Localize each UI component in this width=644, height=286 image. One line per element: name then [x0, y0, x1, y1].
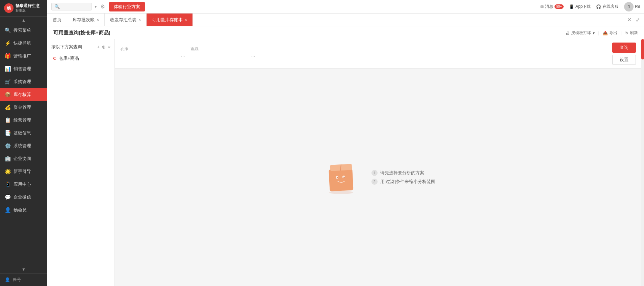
right-scrollbar[interactable] [641, 39, 644, 286]
refresh-icon: ↻ [625, 31, 628, 35]
expand-tab-button[interactable]: ⤢ [634, 16, 641, 24]
sidebar-item-label: 新手引导 [14, 168, 31, 175]
purchase-icon: 🛒 [5, 79, 11, 85]
tab-close-icon[interactable]: × [185, 18, 187, 22]
settings-scheme-icon[interactable]: ⊕ [102, 44, 106, 50]
svg-point-0 [329, 191, 353, 194]
tab-collection-summary[interactable]: 收发存汇总表 × [105, 14, 147, 26]
export-button[interactable]: 📤 导出 [603, 30, 617, 36]
search-input[interactable] [61, 4, 88, 9]
empty-box-svg [324, 157, 358, 194]
sidebar-item-label: 应用中心 [14, 181, 31, 187]
sidebar-item-quicknav[interactable]: ⚡ 快捷导航 [0, 37, 47, 50]
sidebar-item-member[interactable]: 👤 畅会员 [0, 204, 47, 216]
sidebar-item-system[interactable]: ⚙️ 系统管理 [0, 139, 47, 152]
tab-home[interactable]: 首页 [47, 14, 67, 26]
user-avatar: R [624, 2, 634, 11]
tab-close-icon[interactable]: × [138, 18, 141, 22]
scroll-up-arrow[interactable]: ▲ [0, 17, 47, 24]
quicknav-icon: ⚡ [5, 40, 11, 46]
scrollbar-thumb[interactable] [641, 39, 644, 59]
collapse-panel-icon[interactable]: « [108, 44, 110, 50]
print-dropdown-icon[interactable]: ▾ [593, 31, 595, 35]
app-download-button[interactable]: 📱 App下载 [569, 4, 591, 9]
topbar: 🔍 ▾ ⚙ 体验行业方案 ✉ 消息 99+ 📱 App下载 🎧 在线客服 R R… [47, 0, 644, 14]
dropdown-arrow-icon[interactable]: ▾ [95, 4, 97, 9]
warehouse-input[interactable] [120, 53, 181, 60]
industry-solution-button[interactable]: 体验行业方案 [109, 2, 145, 11]
close-tab-button[interactable]: ✕ [626, 16, 633, 24]
export-icon: 📤 [603, 31, 608, 35]
tab-batch-ledger[interactable]: 库存批次账 × [67, 14, 105, 26]
sidebar: 畅 畅康通好生意 标准版 ▲ 🔍 搜索菜单 ⚡ 快捷导航 🎁 营销推广 📊 销售… [0, 0, 47, 286]
scroll-down-arrow[interactable]: ▼ [0, 266, 47, 273]
product-input-row: ··· [190, 53, 255, 61]
sidebar-item-label: 企业微信 [14, 194, 31, 200]
scheme-item-warehouse-product[interactable]: ↻ 仓库+商品 [47, 53, 114, 64]
sidebar-item-label: 营销推广 [14, 53, 31, 59]
tab-available-ledger[interactable]: 可用量库存账本 × [147, 14, 193, 26]
svg-point-7 [343, 177, 345, 178]
left-panel-header: 按以下方案查询 + ⊕ « [47, 43, 114, 53]
sidebar-item-wechat[interactable]: 💬 企业微信 [0, 191, 47, 204]
sidebar-item-label: 搜索菜单 [14, 27, 31, 33]
add-scheme-icon[interactable]: + [97, 44, 100, 50]
sidebar-item-sales[interactable]: 📊 销售管理 [0, 62, 47, 75]
warehouse-label: 仓库 [120, 47, 185, 52]
page-header: 可用量查询(按仓库+商品) 🖨 按模板打印 ▾ | 📤 导出 | ↻ 刷新 [47, 26, 644, 39]
topbar-right: ✉ 消息 99+ 📱 App下载 🎧 在线客服 R Rit [540, 2, 640, 11]
page-title: 可用量查询(按仓库+商品) [53, 30, 110, 36]
left-panel-icons: + ⊕ « [97, 44, 110, 50]
sidebar-item-newbie[interactable]: 🌟 新手引导 [0, 165, 47, 178]
sidebar-item-inventory[interactable]: 📦 库存核算 [0, 88, 47, 101]
service-icon: 🎧 [596, 4, 601, 9]
app-download-label: App下载 [575, 4, 591, 9]
sidebar-item-label: 系统管理 [14, 143, 31, 149]
logo-text: 畅康通好生意 标准版 [16, 3, 40, 13]
topbar-search-box[interactable]: 🔍 [51, 3, 92, 10]
refresh-button[interactable]: ↻ 刷新 [625, 30, 638, 36]
message-button[interactable]: ✉ 消息 99+ [540, 4, 564, 9]
sidebar-item-label: 采购管理 [14, 79, 31, 85]
sidebar-item-operations[interactable]: 📋 经营管理 [0, 114, 47, 127]
product-filter-field: 商品 ··· [190, 47, 255, 61]
search-icon: 🔍 [5, 27, 11, 33]
sidebar-user-bottom[interactable]: 👤 账号 [0, 273, 47, 286]
tab-label: 收发存汇总表 [110, 17, 136, 23]
tip-text-1: 请先选择要分析的方案 [380, 170, 424, 176]
online-service-button[interactable]: 🎧 在线客服 [596, 4, 619, 9]
sidebar-item-finance[interactable]: 💰 资金管理 [0, 101, 47, 114]
empty-tips: 1 请先选择要分析的方案 2 用[过滤]条件来缩小分析范围 [371, 170, 435, 185]
query-button[interactable]: 查询 [612, 43, 636, 53]
basics-icon: 📑 [5, 130, 11, 136]
sidebar-item-basics[interactable]: 📑 基础信息 [0, 127, 47, 139]
system-icon: ⚙️ [5, 143, 11, 149]
sidebar-item-enterprise[interactable]: 🏢 企业协同 [0, 152, 47, 165]
online-service-label: 在线客服 [602, 4, 619, 9]
tip-number-2: 2 [371, 179, 378, 185]
gear-icon[interactable]: ⚙ [100, 3, 105, 10]
warehouse-ellipsis-icon[interactable]: ··· [181, 54, 185, 59]
product-input[interactable] [190, 53, 251, 60]
sidebar-item-appstore[interactable]: 📱 应用中心 [0, 178, 47, 191]
product-ellipsis-icon[interactable]: ··· [251, 54, 255, 59]
empty-state: 1 请先选择要分析的方案 2 用[过滤]条件来缩小分析范围 [115, 69, 641, 286]
home-tab-label: 首页 [53, 17, 61, 23]
print-button[interactable]: 🖨 按模板打印 ▾ [566, 30, 595, 36]
svg-point-6 [337, 177, 338, 178]
user-avatar-icon: 👤 [5, 277, 10, 282]
filter-actions: 查询 设置 [612, 43, 636, 65]
sidebar-item-label: 资金管理 [14, 104, 31, 110]
tab-close-icon[interactable]: × [97, 18, 99, 22]
username-label: Rit [635, 4, 640, 9]
print-icon: 🖨 [566, 31, 570, 35]
product-label: 商品 [190, 47, 255, 52]
empty-illustration [321, 157, 361, 198]
sidebar-item-search[interactable]: 🔍 搜索菜单 [0, 24, 47, 37]
user-menu[interactable]: R Rit [624, 2, 640, 11]
sidebar-item-marketing[interactable]: 🎁 营销推广 [0, 50, 47, 62]
setting-button[interactable]: 设置 [612, 55, 636, 65]
sidebar-item-purchase[interactable]: 🛒 采购管理 [0, 75, 47, 88]
divider: | [621, 30, 622, 35]
wechat-icon: 💬 [5, 194, 11, 200]
